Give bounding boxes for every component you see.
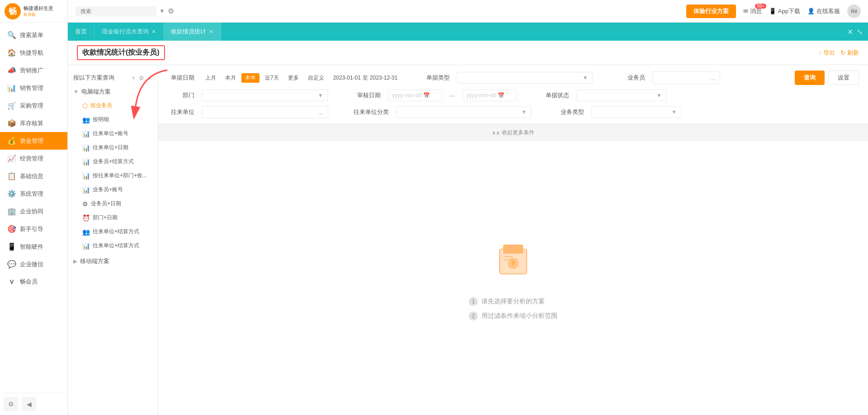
- app-download-btn[interactable]: 📱 App下载: [769, 7, 800, 15]
- sidebar-item-inventory[interactable]: 📦 库存核算: [0, 114, 67, 132]
- date-opt-thismonth[interactable]: 本月: [222, 73, 240, 83]
- home-icon: 🏠: [7, 48, 16, 57]
- settings-scheme-btn[interactable]: ⚙: [138, 73, 145, 82]
- empty-state: ? 1 请先选择要分析的方案: [158, 141, 868, 415]
- sidebar-item-system[interactable]: ⚙️ 系统管理: [0, 185, 67, 203]
- empty-tip-1: 1 请先选择要分析的方案: [469, 297, 557, 306]
- collapse-panel-btn[interactable]: «: [147, 73, 152, 82]
- svg-text:?: ?: [511, 260, 515, 267]
- sidebar-item-basic[interactable]: 📋 基础信息: [0, 167, 67, 185]
- date-opt-custom[interactable]: 自定义: [304, 73, 328, 83]
- salesperson-dots[interactable]: ...: [710, 74, 716, 81]
- scheme-icon-4: 📊: [82, 158, 90, 165]
- review-date-to[interactable]: yyyy-mm-dd 📅: [462, 90, 517, 101]
- sidebar-item-finance[interactable]: 💰 资金管理: [0, 132, 67, 150]
- sidebar-item-quicknav[interactable]: 🏠 快捷导航: [0, 44, 67, 61]
- mobile-group-header[interactable]: ▶ 移动端方案: [68, 255, 158, 268]
- sidebar-item-wechat[interactable]: 💬 企业微信: [0, 255, 67, 273]
- collapse-more-btn[interactable]: ∧∧ 收起更多条件: [492, 129, 534, 137]
- collapse-bar[interactable]: ∧∧ 收起更多条件: [158, 124, 868, 141]
- search-icon: 🔍: [7, 31, 16, 39]
- scheme-item-unit-account[interactable]: 📊 往来单位+账号: [77, 127, 158, 141]
- scheme-item-salesperson-settle[interactable]: 📊 业务员+结算方式: [77, 155, 158, 169]
- business-type-input[interactable]: ▼: [591, 106, 682, 118]
- scheme-item-salesperson[interactable]: ⬡ 按业务员: [77, 99, 158, 113]
- refresh-button[interactable]: ↻ 刷新: [840, 49, 859, 57]
- date-opt-lastmonth[interactable]: 上月: [202, 73, 220, 83]
- close-window-btn[interactable]: ✕: [847, 28, 853, 36]
- tab-bank[interactable]: 现金银行流水查询 ✕: [94, 23, 164, 41]
- contact-dots[interactable]: ...: [318, 108, 323, 116]
- sidebar-item-member[interactable]: V 畅会员: [0, 273, 67, 290]
- enterprise-icon: 🏢: [7, 207, 16, 216]
- left-panel-title: 按以下方案查询: [73, 74, 114, 82]
- basic-icon: 📋: [7, 172, 16, 180]
- contact-label: 往来单位: [167, 108, 194, 116]
- scheme-item-unit-settle1[interactable]: 👥 往来单位+结算方式: [77, 225, 158, 239]
- hardware-icon: 📱: [7, 242, 16, 251]
- scheme-item-salesperson-date[interactable]: ⚙ 业务员+日期: [77, 197, 158, 211]
- online-service-btn[interactable]: 👤 在线客服: [807, 7, 840, 15]
- add-scheme-btn[interactable]: +: [131, 73, 136, 82]
- scheme-item-salesperson-account[interactable]: 📊 业务员+账号: [77, 183, 158, 197]
- scheme-item-detail[interactable]: 👥 按明细: [77, 113, 158, 127]
- member-icon: V: [7, 278, 16, 285]
- review-date-from[interactable]: yyyy-mm-dd 📅: [388, 90, 442, 101]
- header-search-input[interactable]: [75, 6, 156, 16]
- record-type-dropdown-icon: ▼: [583, 75, 588, 81]
- record-type-input[interactable]: ▼: [457, 72, 593, 84]
- date-opt-more[interactable]: 更多: [284, 73, 302, 83]
- empty-tips: 1 请先选择要分析的方案 2 用过滤条件来缩小分析范围: [469, 297, 557, 321]
- app-logo: 畅 畅捷通好生意 标准版: [0, 0, 67, 23]
- scheme-icon-5: 📊: [82, 172, 90, 179]
- operations-icon: 📈: [7, 154, 16, 163]
- page-header: 收款情况统计(按业务员) ↑ 导出 ↻ 刷新: [68, 41, 868, 65]
- trial-button[interactable]: 体验行业方案: [686, 5, 736, 18]
- window-controls: ✕ ⤡: [842, 23, 868, 41]
- maximize-window-btn[interactable]: ⤡: [857, 28, 863, 36]
- scheme-item-dept-date[interactable]: ⏰ 部门+日期: [77, 211, 158, 225]
- sidebar-item-hardware[interactable]: 📱 智能硬件: [0, 238, 67, 255]
- settings-button[interactable]: 设置: [828, 71, 859, 85]
- top-header: ▼ ⚙ 体验行业方案 ✉ 消息 99+ 📱 App下载 👤 在线客服 Rit: [68, 0, 868, 23]
- tab-home[interactable]: 首页: [68, 23, 94, 41]
- message-btn[interactable]: ✉ 消息 99+: [743, 7, 762, 15]
- sidebar-item-operations[interactable]: 📈 经营管理: [0, 150, 67, 167]
- sidebar-item-newguide[interactable]: 🎯 新手引导: [0, 220, 67, 238]
- business-type-label: 业务类型: [557, 108, 584, 116]
- collapse-sidebar-btn[interactable]: ◀: [22, 397, 36, 411]
- empty-illustration: ?: [491, 236, 536, 288]
- tab-bank-close[interactable]: ✕: [151, 28, 156, 35]
- sidebar-item-purchase[interactable]: 🛒 采购管理: [0, 97, 67, 114]
- tab-receipt[interactable]: 收款情况统计 ✕: [164, 23, 221, 41]
- sidebar-item-search[interactable]: 🔍 搜索菜单: [0, 26, 67, 44]
- tip-number-2: 2: [469, 311, 478, 321]
- salesperson-input[interactable]: ...: [652, 71, 720, 84]
- calendar-icon-to: 📅: [498, 92, 505, 99]
- scheme-item-unit-dept[interactable]: 📊 按往来单位+部门+收...: [77, 169, 158, 183]
- sidebar-item-sales[interactable]: 📊 销售管理: [0, 79, 67, 97]
- desktop-group-header[interactable]: ▼ 电脑端方案: [68, 85, 158, 99]
- sidebar-item-enterprise[interactable]: 🏢 企业协同: [0, 203, 67, 220]
- export-button[interactable]: ↑ 导出: [819, 49, 835, 57]
- sidebar-item-marketing[interactable]: 📣 营销推广: [0, 61, 67, 79]
- main-area: ▼ ⚙ 体验行业方案 ✉ 消息 99+ 📱 App下载 👤 在线客服 Rit: [68, 0, 868, 415]
- record-status-input[interactable]: ▼: [576, 90, 667, 101]
- date-opt-7days[interactable]: 近7天: [261, 73, 283, 83]
- scheme-item-unit-settle2[interactable]: 📊 往来单位+结算方式: [77, 239, 158, 253]
- date-separator: —: [449, 92, 455, 99]
- query-button[interactable]: 查询: [795, 71, 825, 85]
- contact-category-input[interactable]: ▼: [396, 106, 532, 118]
- contact-input[interactable]: ...: [202, 106, 328, 118]
- dept-input[interactable]: ▼: [202, 90, 328, 101]
- tab-receipt-close[interactable]: ✕: [209, 28, 213, 35]
- contact-category-label: 往来单位分类: [354, 108, 389, 116]
- date-opt-thisyear[interactable]: 本年: [241, 73, 259, 83]
- dept-dropdown-icon: ▼: [318, 92, 323, 99]
- collapse-icon: ▶: [73, 258, 77, 264]
- user-avatar[interactable]: Rit: [847, 5, 861, 18]
- dropdown-icon[interactable]: ▼: [159, 8, 165, 14]
- scheme-item-unit-date[interactable]: 📊 往来单位+日期: [77, 141, 158, 155]
- settings-gear-icon[interactable]: ⚙: [168, 7, 174, 15]
- settings-bottom-btn[interactable]: ⚙: [4, 397, 18, 411]
